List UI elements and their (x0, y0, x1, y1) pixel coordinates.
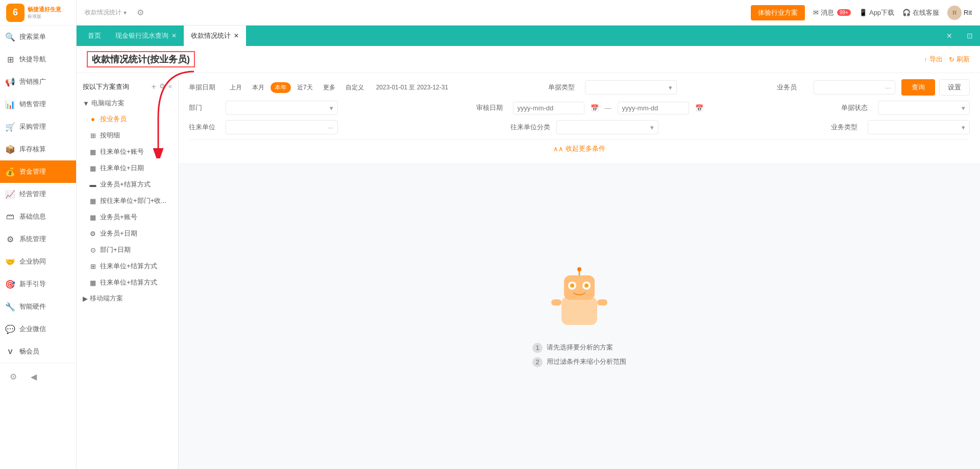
message-button[interactable]: ✉ 消息 99+ (813, 8, 851, 17)
sidebar-item-label: 智能硬件 (19, 302, 46, 311)
review-date-start-input[interactable] (513, 102, 584, 114)
review-date-end-input[interactable] (618, 102, 689, 114)
guide-icon: 🎯 (5, 279, 15, 289)
tab-collection[interactable]: 收款情况统计 ✕ (184, 26, 246, 46)
sidebar-item-finance[interactable]: 💰 资金管理 (0, 160, 76, 183)
chevron-down-icon5: ▾ (650, 124, 654, 131)
date-tab-custom[interactable]: 自定义 (341, 82, 368, 93)
sidebar-item-label: 基础信息 (19, 212, 46, 221)
salesperson-active-icon: ● (89, 115, 97, 123)
scheme-settings-button[interactable]: ⚙ (159, 82, 165, 91)
dept-select[interactable]: ▾ (226, 101, 338, 115)
sidebar-item-inventory[interactable]: 📦 库存核算 (0, 138, 76, 160)
filter-actions: 查询 设置 (901, 79, 970, 96)
refresh-button[interactable]: ↻ 刷新 (949, 55, 970, 64)
sidebar-item-search[interactable]: 🔍 搜索菜单 (0, 26, 76, 48)
sidebar-item-wechat[interactable]: 💬 企业微信 (0, 318, 76, 340)
svg-rect-9 (597, 299, 607, 306)
chevron-down-icon2: ··· (885, 84, 891, 91)
logo-text: 畅捷通好生意 标准版 (28, 6, 61, 20)
export-button[interactable]: ↑ 导出 (924, 55, 943, 64)
sidebar-item-guide[interactable]: 🎯 新手引导 (0, 273, 76, 295)
content-area: 按以下方案查询 + ⚙ « ▼ 电脑端方案 ● 按业务员 (77, 73, 980, 469)
collapse-icon: ∧∧ (553, 145, 564, 153)
sidebar-item-marketing[interactable]: 📢 营销推广 (0, 71, 76, 93)
system-icon: ⚙ (5, 234, 15, 244)
menu-item-salesperson-account[interactable]: ▦ 业务员+账号 (77, 209, 178, 225)
sidebar-item-quicknav[interactable]: ⊞ 快捷导航 (0, 48, 76, 71)
partner-dept-icon: ▦ (89, 197, 97, 205)
date-tab-this-month[interactable]: 本月 (248, 82, 268, 93)
date-tab-7days[interactable]: 近7天 (293, 82, 317, 93)
sp-payment-icon: ▬ (89, 180, 97, 189)
message-icon: ✉ (813, 9, 819, 16)
collapse-bar[interactable]: ∧∧ 收起更多条件 (189, 139, 970, 157)
window-maximize-button[interactable]: ⊡ (960, 26, 980, 46)
more-dots-icon: ··· (328, 124, 333, 131)
calendar-icon1[interactable]: 📅 (591, 104, 599, 112)
sidebar-item-member[interactable]: V 畅会员 (0, 340, 76, 363)
tab-collection-close[interactable]: ✕ (234, 32, 239, 39)
menu-item-by-salesperson[interactable]: ● 按业务员 (77, 111, 178, 127)
sidebar-collapse-button[interactable]: ◀ (26, 368, 42, 385)
partner-type-select[interactable]: ▾ (556, 120, 658, 134)
menu-item-partner-date[interactable]: ▦ 往来单位+日期 (77, 160, 178, 176)
partner-select[interactable]: ··· (226, 120, 338, 134)
user-avatar[interactable]: R Rit (947, 6, 972, 20)
sidebar-item-enterprise[interactable]: 🤝 企业协同 (0, 250, 76, 273)
sidebar-item-purchase[interactable]: 🛒 采购管理 (0, 115, 76, 138)
member-icon: V (5, 346, 15, 357)
settings-icon[interactable]: ⚙ (137, 8, 144, 17)
sidebar-item-operations[interactable]: 📈 经营管理 (0, 183, 76, 205)
menu-item-salesperson-payment[interactable]: ▬ 业务员+结算方式 (77, 176, 178, 193)
tabbar: 首页 现金银行流水查询 ✕ 收款情况统计 ✕ ✕ ⊡ (77, 26, 980, 46)
svg-rect-8 (551, 299, 561, 306)
section-mobile[interactable]: ▶ 移动端方案 (77, 291, 178, 306)
date-tab-more[interactable]: 更多 (319, 82, 339, 93)
svg-point-7 (577, 267, 581, 271)
panel-collapse-button[interactable]: « (168, 82, 172, 91)
sidebar-item-label: 企业微信 (19, 324, 46, 334)
download-icon: 📱 (859, 9, 867, 16)
calendar-icon2[interactable]: 📅 (695, 104, 703, 112)
sidebar-item-system[interactable]: ⚙ 系统管理 (0, 228, 76, 250)
tab-bank[interactable]: 现金银行流水查询 ✕ (108, 26, 184, 46)
section-desktop[interactable]: ▼ 电脑端方案 (77, 96, 178, 111)
chevron-down-icon4: ▾ (962, 104, 965, 112)
sidebar-item-basic[interactable]: 🗃 基础信息 (0, 205, 76, 228)
logo-icon: 6 (6, 4, 24, 22)
voucher-type-select[interactable]: ▾ (585, 80, 677, 95)
tab-home[interactable]: 首页 (81, 26, 108, 46)
date-tab-last-month[interactable]: 上月 (226, 82, 246, 93)
app-download-button[interactable]: 📱 App下载 (859, 8, 894, 17)
menu-item-partner-dept[interactable]: ▦ 按往来单位+部门+收... (77, 193, 178, 209)
menu-item-salesperson-date[interactable]: ⚙ 业务员+日期 (77, 225, 178, 242)
page-header: 收款情况统计(按业务员) ↑ 导出 ↻ 刷新 (77, 46, 980, 73)
sidebar: 6 畅捷通好生意 标准版 🔍 搜索菜单 ⊞ 快捷导航 📢 营销推广 📊 销售管理… (0, 0, 77, 469)
salesperson-select[interactable]: ··· (814, 80, 895, 95)
sidebar-item-sales[interactable]: 📊 销售管理 (0, 93, 76, 115)
add-scheme-button[interactable]: + (151, 82, 156, 91)
menu-item-partner-account[interactable]: ▦ 往来单位+账号 (77, 144, 178, 160)
business-type-select[interactable]: ▾ (868, 120, 970, 134)
menu-item-partner-payment1[interactable]: ⊞ 往来单位+结算方式 (77, 258, 178, 274)
tab-bank-close[interactable]: ✕ (172, 32, 177, 39)
detail-icon: ⊞ (89, 131, 97, 139)
menu-item-dept-date[interactable]: ⊙ 部门+日期 (77, 242, 178, 258)
sidebar-settings-button[interactable]: ⚙ (5, 368, 21, 385)
filter-settings-button[interactable]: 设置 (939, 79, 970, 96)
menu-item-partner-payment2[interactable]: ▦ 往来单位+结算方式 (77, 274, 178, 291)
logo: 6 畅捷通好生意 标准版 (0, 0, 76, 26)
hardware-icon: 🔧 (5, 301, 15, 312)
query-button[interactable]: 查询 (901, 79, 935, 96)
window-close-button[interactable]: ✕ (939, 26, 960, 46)
filter-row-2: 部门 ▾ 审核日期 📅 — 📅 单据状态 (189, 101, 970, 115)
trial-button[interactable]: 体验行业方案 (751, 5, 805, 20)
voucher-status-select[interactable]: ▾ (878, 101, 970, 115)
online-service-button[interactable]: 🎧 在线客服 (902, 8, 939, 17)
menu-item-by-detail[interactable]: ⊞ 按明细 (77, 127, 178, 144)
date-tab-this-year[interactable]: 本年 (271, 82, 291, 93)
sidebar-item-label: 采购管理 (19, 122, 46, 131)
sidebar-item-hardware[interactable]: 🔧 智能硬件 (0, 295, 76, 318)
empty-robot (549, 266, 610, 333)
